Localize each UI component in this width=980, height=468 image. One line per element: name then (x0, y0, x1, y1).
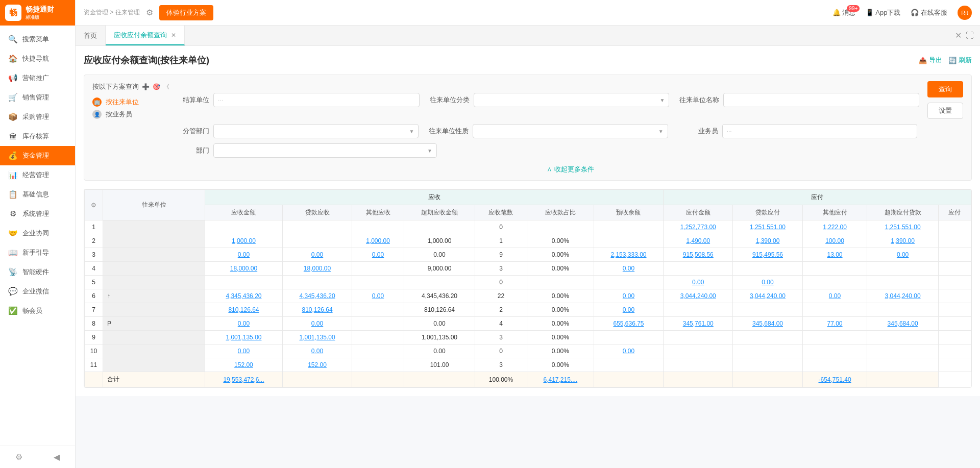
table-cell[interactable]: 0.00 (282, 248, 352, 262)
table-cell[interactable]: 0.00 (594, 262, 663, 276)
user-avatar[interactable]: Rit (958, 6, 972, 20)
notification-area[interactable]: 🔔 消息 99+ (832, 8, 856, 17)
table-cell (802, 331, 867, 344)
table-cell[interactable]: 1,490.00 (664, 234, 733, 248)
sidebar-item-basics[interactable]: 📋基础信息 (0, 185, 75, 204)
table-cell[interactable]: 18,000.00 (205, 262, 283, 276)
sidebar-item-quick[interactable]: 🏠快捷导航 (0, 49, 75, 68)
sidebar-item-operations[interactable]: 📊经营管理 (0, 165, 75, 185)
sidebar-item-member[interactable]: ✅畅会员 (0, 301, 75, 321)
table-cell[interactable]: 0.00 (205, 248, 283, 262)
online-service[interactable]: 🎧 在线客服 (911, 8, 947, 17)
table-cell[interactable]: 655,636.75 (594, 317, 663, 331)
table-cell[interactable]: 915,508.56 (664, 248, 733, 262)
table-cell[interactable]: 0.00 (664, 276, 733, 289)
sidebar-item-sales[interactable]: 🛒销售管理 (0, 88, 75, 107)
table-cell[interactable]: 915,495.56 (733, 248, 802, 262)
table-cell[interactable]: 0.00 (802, 289, 867, 303)
table-cell[interactable]: 3,044,240.00 (733, 289, 802, 303)
logo-text: 畅捷通财 标准版 (26, 5, 54, 21)
table-cell[interactable]: 0.00 (282, 344, 352, 358)
table-cell[interactable]: 100.00 (802, 234, 867, 248)
dept-input[interactable]: ▼ (213, 124, 419, 138)
sidebar-item-search[interactable]: 🔍搜索菜单 (0, 30, 75, 49)
salesperson-input[interactable]: ··· (722, 124, 917, 138)
table-cell[interactable]: 0.00 (352, 289, 404, 303)
sidebar-item-wechat[interactable]: 💬企业微信 (0, 282, 75, 301)
arrow-left-icon[interactable]: 《 (163, 83, 169, 91)
th-settings-icon[interactable]: ⚙ (85, 190, 103, 220)
window-expand-icon[interactable]: ⛶ (966, 31, 974, 40)
department-input[interactable]: ▼ (213, 143, 437, 158)
table-cell[interactable]: 810,126.64 (205, 303, 283, 317)
table-cell[interactable]: 1,251,551.00 (867, 220, 938, 234)
table-cell[interactable]: 1,000.00 (352, 234, 404, 248)
table-cell[interactable]: 345,684.00 (733, 317, 802, 331)
tab-receivable[interactable]: 应收应付余额查询 ✕ (106, 26, 185, 45)
table-cell[interactable]: 1,000.00 (205, 234, 283, 248)
sidebar-label-operations: 经营管理 (22, 170, 49, 180)
sidebar-item-guide[interactable]: 📖新手引导 (0, 243, 75, 262)
table-cell[interactable]: 4,345,436.20 (205, 289, 283, 303)
app-download[interactable]: 📱 App下载 (866, 8, 900, 17)
collapse-button[interactable]: 收起更多条件 (554, 165, 594, 173)
table-cell[interactable]: 0.00 (867, 248, 938, 262)
table-cell[interactable]: 1,001,135.00 (282, 331, 352, 344)
target-icon[interactable]: 🎯 (153, 83, 160, 90)
table-cell[interactable]: 13.00 (802, 248, 867, 262)
sidebar-item-system[interactable]: ⚙系统管理 (0, 204, 75, 224)
sidebar-item-purchase[interactable]: 📦采购管理 (0, 107, 75, 127)
footer-collapse-icon[interactable]: ◀ (54, 452, 60, 462)
table-cell[interactable]: 0.00 (594, 303, 663, 317)
table-cell[interactable]: 0.00 (733, 276, 802, 289)
table-cell[interactable]: 3,044,240.00 (867, 289, 938, 303)
table-cell[interactable]: 1,222.00 (802, 220, 867, 234)
export-button[interactable]: 📤 导出 (919, 56, 942, 65)
sidebar-item-enterprise[interactable]: 🤝企业协同 (0, 224, 75, 243)
unit-category-input[interactable]: ▼ (474, 93, 670, 107)
table-cell[interactable]: 345,761.00 (664, 317, 733, 331)
window-close-icon[interactable]: ✕ (955, 31, 962, 40)
total-prepaid-balance: 6,417,215.... (527, 372, 594, 387)
table-cell[interactable]: 3,044,240.00 (664, 289, 733, 303)
table-cell[interactable]: 1,252,773.00 (664, 220, 733, 234)
sidebar-item-marketing[interactable]: 📢营销推广 (0, 68, 75, 88)
table-cell: 810,126.64 (404, 303, 475, 317)
table-cell[interactable]: 345,684.00 (867, 317, 938, 331)
settings-icon[interactable]: ⚙ (146, 8, 153, 17)
tab-close-icon[interactable]: ✕ (171, 32, 176, 39)
tab-home[interactable]: 首页 (76, 26, 106, 45)
sidebar-item-capital[interactable]: 💰资金管理 (0, 146, 75, 165)
table-cell[interactable]: 0.00 (352, 248, 404, 262)
nav-by-unit[interactable]: 🏢 按往来单位 (92, 97, 169, 107)
table-cell[interactable]: 810,126.64 (282, 303, 352, 317)
table-cell[interactable]: 4,345,436.20 (282, 289, 352, 303)
refresh-button[interactable]: 🔄 刷新 (948, 56, 972, 65)
table-cell[interactable]: 1,251,551.00 (733, 220, 802, 234)
table-cell[interactable]: 0.00 (205, 317, 283, 331)
settlement-input[interactable]: ··· (213, 93, 420, 107)
add-icon[interactable]: ➕ (142, 83, 150, 90)
table-cell (103, 344, 205, 358)
table-cell[interactable]: 0.00 (594, 344, 663, 358)
solution-button[interactable]: 体验行业方案 (159, 5, 213, 20)
table-cell[interactable]: 1,001,135.00 (205, 331, 283, 344)
table-cell[interactable]: 77.00 (802, 317, 867, 331)
table-cell[interactable]: 0.00 (594, 289, 663, 303)
table-cell[interactable]: 152.00 (205, 358, 283, 372)
unit-name-input[interactable] (723, 93, 919, 107)
settings-button[interactable]: 设置 (927, 103, 963, 119)
footer-settings-icon[interactable]: ⚙ (15, 452, 22, 462)
unit-nature-input[interactable]: ▼ (473, 124, 668, 138)
table-cell[interactable]: 0.00 (205, 344, 283, 358)
sidebar-item-hardware[interactable]: 📡智能硬件 (0, 262, 75, 282)
table-cell[interactable]: 18,000.00 (282, 262, 352, 276)
table-cell[interactable]: 1,390.00 (733, 234, 802, 248)
sidebar-item-inventory[interactable]: 🏛库存核算 (0, 127, 75, 146)
table-cell[interactable]: 2,153,333.00 (594, 248, 663, 262)
table-cell[interactable]: 0.00 (282, 317, 352, 331)
query-button[interactable]: 查询 (927, 81, 963, 97)
nav-by-staff[interactable]: 👤 按业务员 (92, 110, 169, 119)
table-cell[interactable]: 152.00 (282, 358, 352, 372)
table-cell[interactable]: 1,390.00 (867, 234, 938, 248)
